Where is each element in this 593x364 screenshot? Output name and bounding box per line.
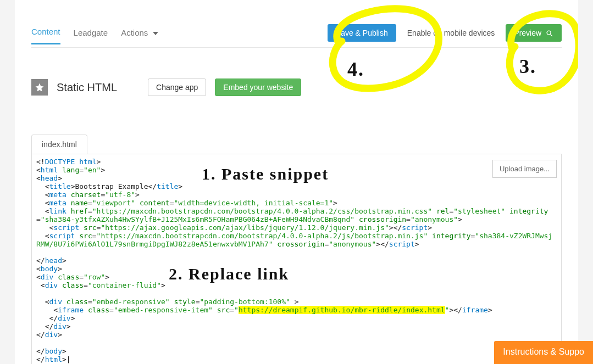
embed-website-button[interactable]: Embed your website [215, 79, 301, 96]
preview-button[interactable]: Preview [506, 24, 562, 42]
svg-line-1 [550, 35, 552, 37]
preview-label: Preview [514, 29, 541, 37]
code-content[interactable]: <!DOCTYPE html> <html lang="en"> <head> … [36, 158, 557, 363]
tab-actions-label: Actions [121, 28, 148, 37]
content-panel: Content Leadgate Actions Save & Publish … [15, 0, 578, 364]
save-publish-button[interactable]: Save & Publish [328, 24, 396, 42]
svg-point-0 [547, 31, 551, 35]
annotation-number-3: 3. [519, 55, 536, 78]
file-tabs: index.html [31, 135, 562, 154]
tab-content[interactable]: Content [31, 27, 60, 44]
file-tab-index[interactable]: index.html [31, 135, 87, 154]
star-icon [35, 82, 45, 92]
support-button[interactable]: Instructions & Suppo [494, 341, 593, 364]
upload-image-button[interactable]: Upload image... [492, 160, 557, 178]
chevron-down-icon [153, 32, 158, 35]
app-title: Static HTML [57, 81, 117, 94]
app-icon [31, 79, 48, 96]
tab-actions[interactable]: Actions [121, 28, 158, 44]
header-bar: Content Leadgate Actions Save & Publish … [31, 0, 562, 48]
annotation-number-4: 4. [347, 58, 364, 81]
enable-mobile-button[interactable]: Enable on mobile devices [402, 25, 501, 41]
code-editor[interactable]: Upload image... <!DOCTYPE html> <html la… [31, 154, 562, 364]
app-header: Static HTML Change app Embed your websit… [31, 79, 562, 96]
search-icon [546, 30, 553, 37]
tab-leadgate[interactable]: Leadgate [74, 28, 108, 44]
change-app-button[interactable]: Change app [148, 79, 206, 96]
